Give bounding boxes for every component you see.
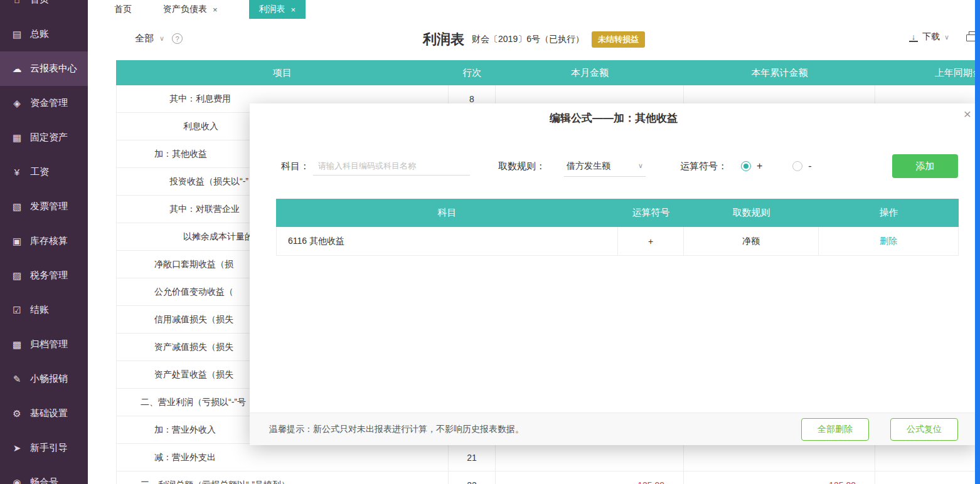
tab-balance-sheet[interactable]: 资产负债表 × xyxy=(163,0,218,19)
dialog-footer: 温馨提示：新公式只对未出报表进行计算，不影响历史报表数据。 全部删除 公式复位 xyxy=(250,413,977,445)
cloud-report-icon: ☁ xyxy=(11,63,23,75)
sidebar-item-label: 固定资产 xyxy=(30,132,68,144)
table-header-row: 项目 行次 本月金额 本年累计金额 上年同期金额 xyxy=(116,60,980,85)
operator-label: 运算符号： xyxy=(680,160,727,172)
tab-label: 利润表 xyxy=(259,4,285,15)
operator-minus-radio[interactable]: - xyxy=(792,160,811,172)
sidebar-item-home[interactable]: ⌂ 首页 xyxy=(0,0,88,17)
row-month-amount xyxy=(496,444,684,471)
column-header-operator: 运算符号 xyxy=(618,199,684,227)
home-icon: ⌂ xyxy=(11,0,23,5)
sidebar-item-label: 工资 xyxy=(30,166,49,178)
inventory-icon: ▣ xyxy=(11,236,23,247)
close-icon[interactable]: × xyxy=(964,107,971,120)
formula-operator: + xyxy=(618,227,684,255)
sidebar-item-inventory[interactable]: ▣ 库存核算 xyxy=(0,224,88,258)
sidebar-item-invoice[interactable]: ▧ 发票管理 xyxy=(0,189,88,224)
sidebar-item-label: 总账 xyxy=(30,28,49,40)
sidebar-item-label: 库存核算 xyxy=(30,235,68,247)
app-window: ⌂ 首页 ▤ 总账 ☁ 云报表中心 ◈ 资金管理 ▦ 固定资产 ¥ 工资 xyxy=(0,0,980,484)
report-title-group: 利润表 财会〔2019〕6号（已执行） 未结转损益 xyxy=(88,30,980,49)
sidebar-item-closing[interactable]: ☑ 结账 xyxy=(0,293,88,327)
sidebar-menu: ⌂ 首页 ▤ 总账 ☁ 云报表中心 ◈ 资金管理 ▦ 固定资产 ¥ 工资 xyxy=(0,0,88,484)
tab-bar: 首页 资产负债表 × 利润表 × xyxy=(88,0,980,19)
formula-table: 科目 运算符号 取数规则 操作 6116 其他收益 + 净额 删除 xyxy=(276,199,959,256)
toolbar: 全部 ∨ ? 利润表 财会〔2019〕6号（已执行） 未结转损益 ↓ 下载 ∨ xyxy=(88,19,980,60)
page-title: 利润表 xyxy=(423,30,464,49)
sidebar-item-changhehao[interactable]: ◉ 畅合号 xyxy=(0,465,88,484)
formula-reset-button[interactable]: 公式复位 xyxy=(890,418,958,441)
chevron-down-icon: ∨ xyxy=(944,33,949,41)
close-icon[interactable]: × xyxy=(213,5,218,14)
formula-row: 6116 其他收益 + 净额 删除 xyxy=(276,227,959,256)
sidebar-item-reimburse[interactable]: ✎ 小畅报销 xyxy=(0,362,88,396)
funds-icon: ◈ xyxy=(11,98,23,109)
subject-input[interactable] xyxy=(313,157,470,176)
sidebar-item-label: 发票管理 xyxy=(30,201,68,213)
sidebar-item-label: 资金管理 xyxy=(30,97,68,109)
rule-select[interactable]: 借方发生额 ∨ xyxy=(564,156,646,177)
formula-table-header: 科目 运算符号 取数规则 操作 xyxy=(276,199,959,227)
sidebar-item-beginner-guide[interactable]: ➤ 新手引导 xyxy=(0,431,88,465)
sidebar-item-label: 新手引导 xyxy=(30,442,68,454)
help-icon[interactable]: ? xyxy=(172,33,183,44)
settings-icon: ⚙ xyxy=(11,408,23,419)
sidebar-item-cloud-report-center[interactable]: ☁ 云报表中心 xyxy=(0,51,88,86)
toolbar-right-tools: ↓ 下载 ∨ xyxy=(909,31,980,43)
sidebar-item-label: 畅合号 xyxy=(30,476,58,484)
vertical-scrollbar[interactable] xyxy=(975,0,980,484)
operator-plus-radio[interactable]: + xyxy=(741,160,762,172)
changhehao-icon: ◉ xyxy=(11,477,23,484)
add-button[interactable]: 添加 xyxy=(892,154,958,178)
close-icon[interactable]: × xyxy=(291,5,296,14)
sidebar-item-funds[interactable]: ◈ 资金管理 xyxy=(0,86,88,120)
subject-label: 科目： xyxy=(281,160,309,172)
sidebar-item-payroll[interactable]: ¥ 工资 xyxy=(0,155,88,189)
general-ledger-icon: ▤ xyxy=(11,29,23,40)
minus-sign: - xyxy=(808,160,811,172)
column-header-ytd-amount: 本年累计金额 xyxy=(684,60,875,85)
column-header-month-amount: 本月金额 xyxy=(496,60,684,85)
column-header-item: 项目 xyxy=(116,60,449,85)
delete-link[interactable]: 删除 xyxy=(880,236,897,247)
chevron-down-icon: ∨ xyxy=(638,162,643,170)
sidebar-item-label: 结账 xyxy=(30,304,49,316)
table-row: 减：营业外支出 21 xyxy=(116,444,980,471)
sidebar-item-basic-settings[interactable]: ⚙ 基础设置 xyxy=(0,396,88,431)
sidebar-item-archive[interactable]: ▩ 归档管理 xyxy=(0,327,88,362)
tax-icon: ▨ xyxy=(11,270,23,281)
tab-label: 资产负债表 xyxy=(163,4,207,15)
sidebar-item-tax[interactable]: ▨ 税务管理 xyxy=(0,258,88,293)
closing-icon: ☑ xyxy=(11,305,23,316)
formula-rule: 净额 xyxy=(684,227,819,255)
payroll-icon: ¥ xyxy=(11,167,23,177)
scope-select-value: 全部 xyxy=(135,33,154,45)
column-header-line-no: 行次 xyxy=(449,60,496,85)
tab-income-statement[interactable]: 利润表 × xyxy=(249,0,306,19)
archive-icon: ▩ xyxy=(11,339,23,350)
sidebar-item-general-ledger[interactable]: ▤ 总账 xyxy=(0,17,88,51)
row-line-no: 21 xyxy=(449,444,496,471)
sidebar-item-fixed-assets[interactable]: ▦ 固定资产 xyxy=(0,120,88,155)
rule-select-value: 借方发生额 xyxy=(567,160,610,172)
column-header-prior-period: 上年同期金额 xyxy=(875,60,980,85)
download-button[interactable]: 下载 xyxy=(922,31,940,43)
sidebar-item-label: 基础设置 xyxy=(30,408,68,419)
tab-home[interactable]: 首页 xyxy=(114,0,132,19)
delete-all-button[interactable]: 全部删除 xyxy=(801,418,869,441)
sidebar-item-label: 归档管理 xyxy=(30,339,68,350)
edit-formula-dialog: 编辑公式——加：其他收益 × 科目： 取数规则： 借方发生额 ∨ 运算符号： +… xyxy=(250,103,977,445)
sidebar: ⌂ 首页 ▤ 总账 ☁ 云报表中心 ◈ 资金管理 ▦ 固定资产 ¥ 工资 xyxy=(0,0,88,484)
scope-select[interactable]: 全部 ∨ ? xyxy=(135,33,183,45)
guide-icon: ➤ xyxy=(11,443,23,454)
row-month-amount: 125.00 xyxy=(496,471,684,484)
fixed-assets-icon: ▦ xyxy=(11,132,23,144)
report-standard-note: 财会〔2019〕6号（已执行） xyxy=(472,34,584,45)
download-icon: ↓ xyxy=(909,33,918,42)
row-prior-amount xyxy=(875,471,980,484)
chevron-down-icon: ∨ xyxy=(159,34,164,43)
row-line-no: 22 xyxy=(449,471,496,484)
status-badge: 未结转损益 xyxy=(592,31,645,48)
formula-subject: 6116 其他收益 xyxy=(276,227,618,255)
column-header-action: 操作 xyxy=(819,199,959,227)
